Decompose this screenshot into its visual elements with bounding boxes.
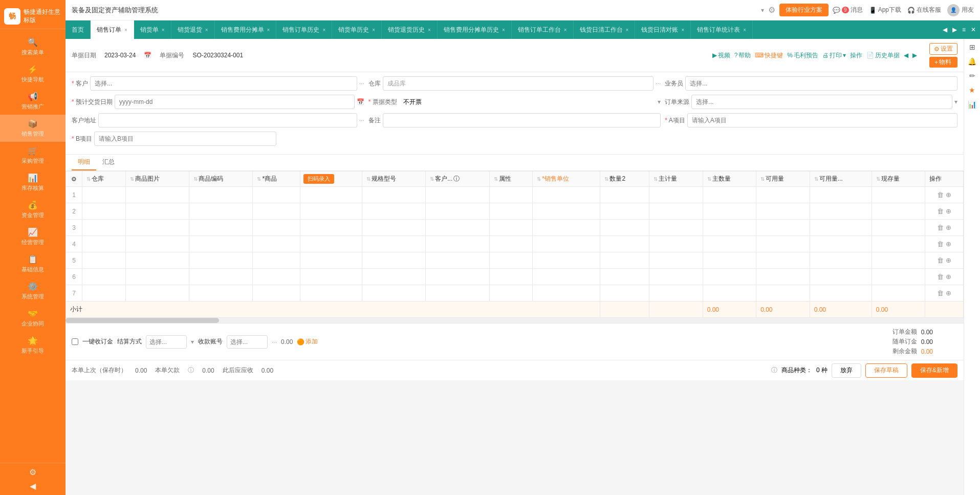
row-stock[interactable]: [872, 252, 925, 269]
th-unit[interactable]: ⇅*销售单位: [533, 171, 600, 187]
row-main-qty[interactable]: [703, 220, 756, 236]
row-product[interactable]: [253, 187, 300, 203]
row-code[interactable]: [189, 252, 253, 269]
tab-daily-reconcile-close[interactable]: ×: [681, 27, 684, 33]
row-spec[interactable]: [362, 236, 425, 252]
a-project-input[interactable]: [687, 113, 957, 127]
row-available[interactable]: [756, 187, 810, 203]
row-warehouse[interactable]: [82, 220, 126, 236]
row-product[interactable]: [253, 203, 300, 220]
discard-button[interactable]: 放弃: [832, 363, 861, 378]
collapse-icon[interactable]: ◀: [30, 481, 36, 491]
shortcut-btn[interactable]: ⌨ 快捷键: [755, 51, 783, 60]
row-unit[interactable]: [533, 187, 600, 203]
row-unit[interactable]: [533, 220, 600, 236]
solution-button[interactable]: 体验行业方案: [779, 4, 829, 16]
tab-bill-history[interactable]: 销货单历史 ×: [332, 20, 382, 39]
sidebar-item-operations[interactable]: 📈 经营管理: [0, 223, 66, 250]
delete-row-icon[interactable]: 🗑: [937, 191, 944, 199]
row-qty2[interactable]: [600, 269, 649, 285]
row-available[interactable]: [756, 236, 810, 252]
row-code[interactable]: [189, 269, 253, 285]
row-warehouse[interactable]: [82, 236, 126, 252]
nav-left-icon[interactable]: ◀: [904, 52, 908, 59]
delete-row-icon[interactable]: 🗑: [937, 289, 944, 297]
row-unit[interactable]: [533, 285, 600, 302]
row-qty2[interactable]: [600, 285, 649, 302]
tab-order-workbench-close[interactable]: ×: [564, 27, 567, 33]
th-qty2[interactable]: ⇅数量2: [600, 171, 649, 187]
row-stock[interactable]: [872, 187, 925, 203]
row-main-unit[interactable]: [649, 187, 703, 203]
delivery-calendar-icon[interactable]: 📅: [357, 98, 364, 105]
row-stock[interactable]: [872, 285, 925, 302]
settings-button[interactable]: ⚙ 设置: [929, 43, 957, 55]
copy-row-icon[interactable]: ⊕: [946, 289, 951, 297]
nav-next-arrow[interactable]: ▶: [950, 25, 959, 34]
save-draft-button[interactable]: 保存草稿: [865, 363, 907, 378]
row-customer-code[interactable]: [426, 187, 489, 203]
th-customer-code[interactable]: ⇅客户... ⓘ: [426, 171, 489, 187]
tab-expense-split[interactable]: 销售费用分摊单 ×: [215, 20, 277, 39]
row-attr[interactable]: [489, 269, 533, 285]
row-spec[interactable]: [362, 203, 425, 220]
row-attr[interactable]: [489, 285, 533, 302]
row-main-qty[interactable]: [703, 203, 756, 220]
row-available2[interactable]: [810, 203, 872, 220]
row-available2[interactable]: [810, 269, 872, 285]
copy-row-icon[interactable]: ⊕: [946, 224, 951, 231]
row-attr[interactable]: [489, 203, 533, 220]
dropdown-icon[interactable]: ▾: [761, 7, 764, 14]
copy-row-icon[interactable]: ⊕: [946, 207, 951, 215]
row-available2[interactable]: [810, 187, 872, 203]
sidebar-item-search[interactable]: 🔍 搜索菜单: [0, 33, 66, 60]
b-project-input[interactable]: [94, 132, 276, 146]
online-service-btn[interactable]: 🎧 在线客服: [907, 6, 941, 14]
view-video-btn[interactable]: ▶ 视频: [712, 51, 730, 60]
note-input[interactable]: [383, 113, 661, 127]
row-customer-code[interactable]: [426, 203, 489, 220]
warehouse-more-icon[interactable]: ···: [656, 80, 661, 87]
row-attr[interactable]: [489, 252, 533, 269]
nav-right-icon[interactable]: ▶: [912, 52, 917, 59]
th-main-unit[interactable]: ⇅主计量: [649, 171, 703, 187]
app-download-btn[interactable]: 📱 App下载: [869, 6, 901, 14]
tab-expense-split-close[interactable]: ×: [267, 27, 270, 33]
row-spec[interactable]: [362, 220, 425, 236]
tab-daily-reconcile[interactable]: 钱货日清对账 ×: [635, 20, 691, 39]
tab-detail[interactable]: 明细: [72, 155, 96, 170]
tab-sales-bill[interactable]: 销货单 ×: [134, 20, 171, 39]
pencil-icon[interactable]: ✏: [969, 72, 975, 80]
message-icon-btn[interactable]: 💬 9 消息: [833, 6, 863, 14]
nav-prev-arrow[interactable]: ◀: [941, 25, 949, 34]
row-qty2[interactable]: [600, 220, 649, 236]
row-available[interactable]: [756, 252, 810, 269]
nav-close-all-icon[interactable]: ✕: [969, 25, 978, 34]
row-unit[interactable]: [533, 203, 600, 220]
delivery-date-input[interactable]: [115, 95, 355, 109]
row-product[interactable]: [253, 269, 300, 285]
one-click-checkbox[interactable]: [72, 338, 78, 345]
delete-row-icon[interactable]: 🗑: [937, 273, 944, 281]
th-main-qty[interactable]: ⇅主数量: [703, 171, 756, 187]
copy-row-icon[interactable]: ⊕: [946, 191, 951, 199]
row-customer-code[interactable]: [426, 220, 489, 236]
customer-addr-input[interactable]: [98, 113, 357, 127]
tab-expense-history[interactable]: 销售费用分摊单历史 ×: [438, 20, 512, 39]
row-code[interactable]: [189, 187, 253, 203]
row-warehouse[interactable]: [82, 252, 126, 269]
add-material-button[interactable]: + 物料: [929, 57, 957, 68]
row-code[interactable]: [189, 203, 253, 220]
th-product[interactable]: ⇅*商品: [253, 171, 300, 187]
order-source-input[interactable]: [691, 95, 952, 109]
row-available[interactable]: [756, 269, 810, 285]
invoice-dropdown-icon[interactable]: ▾: [658, 98, 661, 105]
customer-more-icon[interactable]: ···: [359, 80, 364, 87]
sidebar-item-nav[interactable]: ⚡ 快捷导航: [0, 60, 66, 88]
row-product[interactable]: [253, 236, 300, 252]
tab-order-history-close[interactable]: ×: [322, 27, 325, 33]
tab-return-history-close[interactable]: ×: [428, 27, 431, 33]
tab-return-history[interactable]: 销货退货历史 ×: [382, 20, 438, 39]
row-main-unit[interactable]: [649, 252, 703, 269]
calendar-icon[interactable]: 📅: [144, 52, 151, 59]
